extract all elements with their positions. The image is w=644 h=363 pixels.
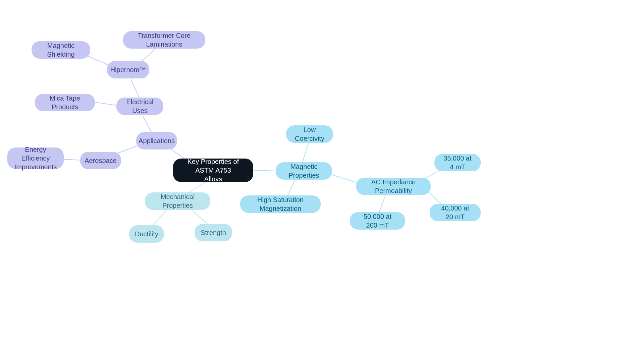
svg-line-14: [95, 102, 118, 106]
node-ac-50000[interactable]: 50,000 at 200 mT: [350, 212, 405, 230]
node-label: Mica Tape Products: [44, 94, 86, 111]
node-label: 40,000 at 20 mT: [438, 204, 472, 221]
svg-line-6: [379, 194, 386, 213]
node-label: Low Coercivity: [295, 125, 324, 143]
edges-layer: [0, 0, 644, 363]
svg-line-0: [253, 170, 277, 171]
node-label: Hipernom™: [110, 65, 146, 74]
node-label: Key Properties of ASTM A753 Alloys: [182, 157, 245, 183]
node-label: AC Impedance Permeability: [365, 178, 422, 195]
node-label: Applications: [139, 136, 175, 145]
node-label: Mechanical Properties: [154, 192, 202, 210]
node-ac-impedance-permeability[interactable]: AC Impedance Permeability: [356, 178, 431, 195]
svg-line-1: [302, 142, 309, 164]
svg-line-13: [143, 116, 153, 134]
svg-line-15: [131, 79, 139, 98]
node-label: High Saturation Magnetization: [249, 195, 312, 213]
node-mechanical-properties[interactable]: Mechanical Properties: [145, 192, 210, 210]
node-ac-35000[interactable]: 35,000 at 4 mT: [434, 154, 481, 171]
node-transformer-core-laminations[interactable]: Transformer Core Laminations: [123, 31, 205, 49]
node-mica-tape-products[interactable]: Mica Tape Products: [35, 94, 95, 111]
node-electrical-uses[interactable]: Electrical Uses: [116, 98, 163, 115]
node-label: Transformer Core Laminations: [132, 31, 197, 49]
svg-line-2: [287, 178, 296, 198]
node-label: Magnetic Shielding: [40, 41, 82, 59]
node-label: 35,000 at 4 mT: [443, 154, 472, 171]
node-label: Strength: [201, 228, 226, 237]
node-high-saturation-magnetization[interactable]: High Saturation Magnetization: [240, 195, 321, 213]
node-low-coercivity[interactable]: Low Coercivity: [286, 125, 333, 143]
svg-line-3: [330, 174, 357, 183]
node-applications[interactable]: Applications: [136, 132, 177, 149]
svg-line-8: [151, 209, 167, 227]
node-ac-40000[interactable]: 40,000 at 20 mT: [430, 204, 481, 221]
node-label: Magnetic Properties: [284, 162, 323, 180]
svg-line-17: [141, 47, 158, 62]
node-aerospace[interactable]: Aerospace: [80, 152, 121, 169]
node-label: Electrical Uses: [125, 98, 155, 115]
node-hipernom[interactable]: Hipernom™: [107, 61, 149, 78]
node-strength[interactable]: Strength: [195, 224, 232, 241]
node-label: Energy Efficiency Improvements: [14, 145, 57, 171]
node-root[interactable]: Key Properties of ASTM A753 Alloys: [173, 159, 253, 182]
node-label: Aerospace: [85, 156, 117, 165]
node-magnetic-properties[interactable]: Magnetic Properties: [276, 162, 332, 180]
mindmap-canvas: Key Properties of ASTM A753 Alloys Magne…: [0, 0, 644, 363]
node-label: 50,000 at 200 mT: [359, 212, 396, 230]
node-label: Ductility: [135, 230, 158, 238]
node-ductility[interactable]: Ductility: [129, 225, 164, 243]
node-magnetic-shielding[interactable]: Magnetic Shielding: [32, 41, 90, 59]
node-energy-efficiency-improvements[interactable]: Energy Efficiency Improvements: [7, 147, 64, 169]
